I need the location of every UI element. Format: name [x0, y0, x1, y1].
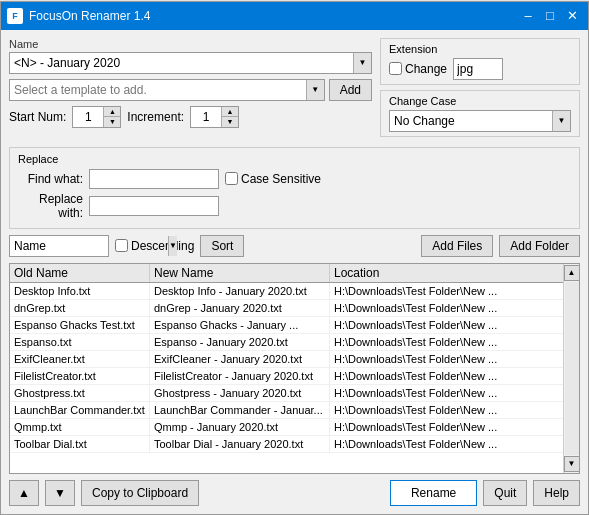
case-sensitive-label[interactable]: Case Sensitive [225, 172, 321, 186]
table-header: Old Name New Name Location [10, 264, 563, 283]
change-case-label: Change Case [389, 95, 571, 107]
add-template-button[interactable]: Add [329, 79, 372, 101]
name-input[interactable] [10, 53, 353, 73]
window-title: FocusOn Renamer 1.4 [29, 9, 518, 23]
table-row[interactable]: ExifCleaner.txt ExifCleaner - January 20… [10, 351, 563, 368]
move-down-button[interactable]: ▼ [45, 480, 75, 506]
start-num-spinbox[interactable]: ▲ ▼ [72, 106, 121, 128]
start-num-input[interactable] [73, 107, 103, 127]
window-controls: – □ ✕ [518, 6, 582, 26]
copy-to-clipboard-button[interactable]: Copy to Clipboard [81, 480, 199, 506]
cell-old-name: Qmmp.txt [10, 419, 150, 435]
scrollbar-track [565, 282, 579, 455]
cell-location: H:\Downloads\Test Folder\New ... [330, 402, 563, 418]
cell-old-name: ExifCleaner.txt [10, 351, 150, 367]
case-sensitive-checkbox[interactable] [225, 172, 238, 185]
increment-down[interactable]: ▼ [222, 117, 238, 127]
increment-label: Increment: [127, 110, 184, 124]
file-table: Old Name New Name Location Desktop Info.… [9, 263, 580, 474]
cell-new-name: LaunchBar Commander - Januar... [150, 402, 330, 418]
cell-new-name: Toolbar Dial - January 2020.txt [150, 436, 330, 452]
table-row[interactable]: Ghostpress.txt Ghostpress - January 2020… [10, 385, 563, 402]
sort-input[interactable] [10, 236, 168, 256]
name-label: Name [9, 38, 372, 50]
table-row[interactable]: LaunchBar Commander.txt LaunchBar Comman… [10, 402, 563, 419]
template-dropdown-arrow[interactable]: ▼ [306, 80, 324, 100]
add-files-button[interactable]: Add Files [421, 235, 493, 257]
replace-with-input[interactable] [89, 196, 219, 216]
replace-with-label: Replace with: [18, 192, 83, 220]
start-num-label: Start Num: [9, 110, 66, 124]
cell-old-name: Espanso Ghacks Test.txt [10, 317, 150, 333]
sort-arrow[interactable]: ▼ [168, 236, 177, 256]
table-row[interactable]: Qmmp.txt Qmmp - January 2020.txt H:\Down… [10, 419, 563, 436]
sort-bar: ▼ Descending Sort Add Files Add Folder [9, 235, 580, 257]
change-case-input[interactable] [390, 111, 552, 131]
extension-label: Extension [389, 43, 571, 55]
cell-old-name: dnGrep.txt [10, 300, 150, 316]
find-what-input[interactable] [89, 169, 219, 189]
change-case-combo[interactable]: ▼ [389, 110, 571, 132]
extension-change-checkbox[interactable] [389, 62, 402, 75]
replace-label: Replace [18, 153, 571, 165]
replace-section: Replace Find what: Case Sensitive Replac… [9, 147, 580, 229]
cell-old-name: Ghostpress.txt [10, 385, 150, 401]
table-row[interactable]: Espanso Ghacks Test.txt Espanso Ghacks -… [10, 317, 563, 334]
cell-new-name: ExifCleaner - January 2020.txt [150, 351, 330, 367]
cell-location: H:\Downloads\Test Folder\New ... [330, 317, 563, 333]
table-row[interactable]: dnGrep.txt dnGrep - January 2020.txt H:\… [10, 300, 563, 317]
rename-button[interactable]: Rename [390, 480, 477, 506]
extension-change-checkbox-label[interactable]: Change [389, 62, 447, 76]
minimize-button[interactable]: – [518, 6, 538, 26]
col-new-name: New Name [150, 264, 330, 282]
template-input[interactable] [10, 80, 306, 100]
close-button[interactable]: ✕ [562, 6, 582, 26]
extension-input[interactable] [453, 58, 503, 80]
app-icon: F [7, 8, 23, 24]
name-dropdown-arrow[interactable]: ▼ [353, 53, 371, 73]
cell-new-name: Qmmp - January 2020.txt [150, 419, 330, 435]
increment-input[interactable] [191, 107, 221, 127]
quit-button[interactable]: Quit [483, 480, 527, 506]
cell-old-name: Desktop Info.txt [10, 283, 150, 299]
table-row[interactable]: Desktop Info.txt Desktop Info - January … [10, 283, 563, 300]
cell-location: H:\Downloads\Test Folder\New ... [330, 368, 563, 384]
table-row[interactable]: FilelistCreator.txt FilelistCreator - Ja… [10, 368, 563, 385]
template-combo[interactable]: ▼ [9, 79, 325, 101]
scrollbar-up[interactable]: ▲ [564, 265, 580, 281]
cell-old-name: LaunchBar Commander.txt [10, 402, 150, 418]
cell-old-name: Espanso.txt [10, 334, 150, 350]
table-row[interactable]: Toolbar Dial.txt Toolbar Dial - January … [10, 436, 563, 453]
table-row[interactable]: Espanso.txt Espanso - January 2020.txt H… [10, 334, 563, 351]
col-location: Location [330, 264, 563, 282]
sort-button[interactable]: Sort [200, 235, 244, 257]
start-num-up[interactable]: ▲ [104, 107, 120, 117]
move-up-button[interactable]: ▲ [9, 480, 39, 506]
cell-new-name: Ghostpress - January 2020.txt [150, 385, 330, 401]
start-num-down[interactable]: ▼ [104, 117, 120, 127]
cell-location: H:\Downloads\Test Folder\New ... [330, 419, 563, 435]
maximize-button[interactable]: □ [540, 6, 560, 26]
sort-combo[interactable]: ▼ [9, 235, 109, 257]
cell-new-name: Espanso - January 2020.txt [150, 334, 330, 350]
cell-old-name: FilelistCreator.txt [10, 368, 150, 384]
cell-new-name: FilelistCreator - January 2020.txt [150, 368, 330, 384]
cell-new-name: Desktop Info - January 2020.txt [150, 283, 330, 299]
increment-up[interactable]: ▲ [222, 107, 238, 117]
name-combo[interactable]: ▼ [9, 52, 372, 74]
scrollbar-down[interactable]: ▼ [564, 456, 580, 472]
cell-old-name: Toolbar Dial.txt [10, 436, 150, 452]
col-old-name: Old Name [10, 264, 150, 282]
cell-new-name: dnGrep - January 2020.txt [150, 300, 330, 316]
help-button[interactable]: Help [533, 480, 580, 506]
cell-location: H:\Downloads\Test Folder\New ... [330, 436, 563, 452]
cell-new-name: Espanso Ghacks - January ... [150, 317, 330, 333]
increment-spinbox[interactable]: ▲ ▼ [190, 106, 239, 128]
cell-location: H:\Downloads\Test Folder\New ... [330, 334, 563, 350]
change-case-arrow[interactable]: ▼ [552, 111, 570, 131]
title-bar: F FocusOn Renamer 1.4 – □ ✕ [1, 2, 588, 30]
cell-location: H:\Downloads\Test Folder\New ... [330, 385, 563, 401]
add-folder-button[interactable]: Add Folder [499, 235, 580, 257]
table-body[interactable]: Desktop Info.txt Desktop Info - January … [10, 283, 563, 473]
bottom-bar: ▲ ▼ Copy to Clipboard Rename Quit Help [9, 480, 580, 506]
